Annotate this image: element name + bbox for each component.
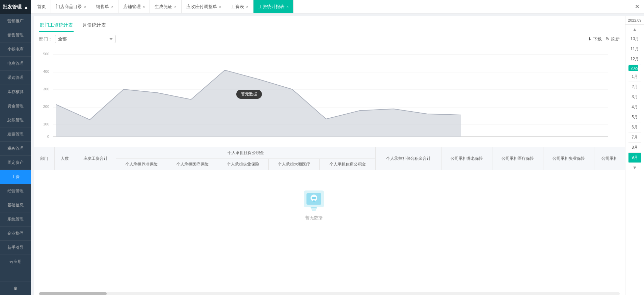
- sidebar-header-arrow: ▲: [24, 4, 28, 10]
- sidebar-item-税务管理[interactable]: 税务管理: [0, 142, 31, 156]
- scrollbar-thumb[interactable]: [39, 292, 107, 295]
- sidebar-footer[interactable]: ⚙: [0, 282, 31, 295]
- date-month-7月[interactable]: 7月: [628, 132, 641, 143]
- download-label: 下载: [593, 36, 602, 42]
- sidebar-item-系统管理[interactable]: 系统管理: [0, 212, 31, 227]
- sidebar-item-企业协同[interactable]: 企业协同: [0, 227, 31, 241]
- date-month-8月[interactable]: 8月: [628, 143, 641, 153]
- date-nav-up[interactable]: ▲: [625, 25, 644, 34]
- th-company-other: 公司承担: [594, 147, 625, 170]
- tab-close-icon[interactable]: ×: [287, 5, 289, 9]
- sidebar-item-新手引导[interactable]: 新手引导: [0, 241, 31, 255]
- svg-rect-18: [311, 207, 317, 208]
- date-month-3月[interactable]: 3月: [628, 92, 641, 102]
- sidebar-item-资金管理[interactable]: 资金管理: [0, 99, 31, 113]
- horizontal-scrollbar[interactable]: [39, 292, 620, 295]
- tab-close-icon[interactable]: ×: [84, 5, 86, 9]
- th-company-pension: 公司承担养老保险: [441, 147, 492, 170]
- sidebar-item-电商管理[interactable]: 电商管理: [0, 57, 31, 71]
- tab-门店商品目录[interactable]: 门店商品目录×: [51, 0, 91, 13]
- tab-店铺管理[interactable]: 店铺管理×: [118, 0, 150, 13]
- svg-text:400: 400: [43, 69, 49, 73]
- tab-应收应付调整单[interactable]: 应收应付调整单×: [182, 0, 226, 13]
- main-area: 首页门店商品目录×销售单×店铺管理×生成凭证×应收应付调整单×工资表×工资统计报…: [31, 0, 644, 295]
- date-year-badge[interactable]: 2022: [628, 65, 638, 71]
- th-personal-unemp: 个人承担失业保险: [218, 159, 269, 170]
- refresh-label: 刷新: [611, 36, 620, 42]
- sidebar-header[interactable]: 批发管理 ▲: [0, 0, 31, 14]
- svg-text:100: 100: [43, 122, 49, 126]
- page-panel: 部门工资统计表月份统计表 部门： 全部 ⬇ 下载 ↻: [34, 16, 625, 295]
- tab-生成凭证[interactable]: 生成凭证×: [150, 0, 181, 13]
- tab-工资表[interactable]: 工资表×: [226, 0, 253, 13]
- date-month-9月[interactable]: 9月: [628, 153, 641, 163]
- sidebar-item-经营管理[interactable]: 经营管理: [0, 184, 31, 198]
- filter-area: 部门： 全部: [39, 35, 116, 43]
- table-area[interactable]: 部门 人数 应发工资合计 个人承担社保公积金 个人承担社保公积金合计 公司承担养…: [34, 147, 625, 292]
- department-select[interactable]: 全部: [55, 35, 116, 43]
- no-data-icon: [300, 184, 327, 211]
- tab-close-icon[interactable]: ×: [111, 5, 113, 9]
- refresh-button[interactable]: ↻ 刷新: [606, 36, 620, 42]
- svg-rect-15: [312, 197, 316, 199]
- settings-icon: ⚙: [14, 286, 18, 291]
- date-month-10月[interactable]: 10月: [628, 34, 641, 44]
- filter-label: 部门：: [39, 36, 52, 42]
- date-year-label: 2022.09: [625, 16, 644, 25]
- tab-close-icon[interactable]: ×: [174, 5, 176, 9]
- sidebar-item-库存核算[interactable]: 库存核算: [0, 85, 31, 99]
- tab-close-icon[interactable]: ×: [143, 5, 145, 9]
- th-personal-housing: 个人承担住房公积金: [320, 159, 376, 170]
- date-month-5月[interactable]: 5月: [628, 112, 641, 122]
- date-month-4月[interactable]: 4月: [628, 102, 641, 112]
- svg-text:0: 0: [47, 135, 49, 139]
- sidebar-item-固定资产[interactable]: 固定资产: [0, 156, 31, 170]
- sidebar-item-发票管理[interactable]: 发票管理: [0, 127, 31, 142]
- sidebar: 批发管理 ▲ 营销推广销售管理小畅电商电商管理采购管理库存核算资金管理总账管理发…: [0, 0, 31, 295]
- date-month-1月[interactable]: 1月: [628, 72, 641, 82]
- no-data-text: 暂无数据: [305, 215, 323, 221]
- sub-tab-部门工资统计表[interactable]: 部门工资统计表: [39, 20, 74, 32]
- download-button[interactable]: ⬇ 下载: [588, 36, 602, 42]
- download-icon: ⬇: [588, 36, 592, 41]
- th-personal-total: 个人承担社保公积金合计: [375, 147, 441, 170]
- th-personal-pension: 个人承担养老保险: [116, 159, 167, 170]
- svg-point-16: [313, 200, 315, 202]
- sidebar-item-工资[interactable]: 工资: [0, 170, 31, 184]
- toolbar-right: ⬇ 下载 ↻ 刷新: [588, 36, 620, 42]
- sidebar-item-云应用[interactable]: 云应用: [0, 255, 31, 269]
- sidebar-item-小畅电商[interactable]: 小畅电商: [0, 42, 31, 57]
- sidebar-item-营销推广[interactable]: 营销推广: [0, 14, 31, 28]
- tab-close-icon[interactable]: ×: [219, 5, 221, 9]
- content-area: 部门工资统计表月份统计表 部门： 全部 ⬇ 下载 ↻: [31, 13, 644, 295]
- sidebar-item-总账管理[interactable]: 总账管理: [0, 113, 31, 127]
- tab-close-icon[interactable]: ×: [246, 5, 248, 9]
- sidebar-header-label: 批发管理: [3, 4, 22, 10]
- sub-tab-月份统计表[interactable]: 月份统计表: [82, 20, 107, 32]
- tab-销售单[interactable]: 销售单×: [91, 0, 118, 13]
- sidebar-item-采购管理[interactable]: 采购管理: [0, 71, 31, 85]
- no-data-container: 暂无数据: [34, 170, 594, 234]
- tab-首页[interactable]: 首页: [32, 0, 51, 13]
- th-company-unemployment: 公司承担失业保险: [543, 147, 594, 170]
- th-personal-social: 个人承担社保公积金: [116, 147, 376, 159]
- sidebar-item-销售管理[interactable]: 销售管理: [0, 28, 31, 42]
- chart-area-polygon: [56, 70, 461, 137]
- date-month-11月[interactable]: 11月: [628, 44, 641, 54]
- th-count: 人数: [55, 147, 75, 170]
- tab-bar-close-btn[interactable]: ✕: [632, 3, 643, 10]
- data-table: 部门 人数 应发工资合计 个人承担社保公积金 个人承担社保公积金合计 公司承担养…: [34, 147, 625, 234]
- svg-text:500: 500: [43, 52, 49, 56]
- tab-bar: 首页门店商品目录×销售单×店铺管理×生成凭证×应收应付调整单×工资表×工资统计报…: [31, 0, 644, 13]
- date-month-12月[interactable]: 12月: [628, 54, 641, 64]
- chart-area: 500 400 300 200 100 0: [34, 46, 625, 147]
- table-row: 暂无数据: [34, 170, 625, 235]
- th-department: 部门: [34, 147, 55, 170]
- date-month-6月[interactable]: 6月: [628, 122, 641, 132]
- tab-工资统计报表[interactable]: 工资统计报表×: [253, 0, 294, 13]
- area-chart: 500 400 300 200 100 0: [39, 49, 620, 143]
- close-icon: ✕: [635, 3, 639, 10]
- date-nav-down[interactable]: ▼: [625, 163, 644, 172]
- sidebar-item-基础信息[interactable]: 基础信息: [0, 198, 31, 212]
- date-month-2月[interactable]: 2月: [628, 82, 641, 92]
